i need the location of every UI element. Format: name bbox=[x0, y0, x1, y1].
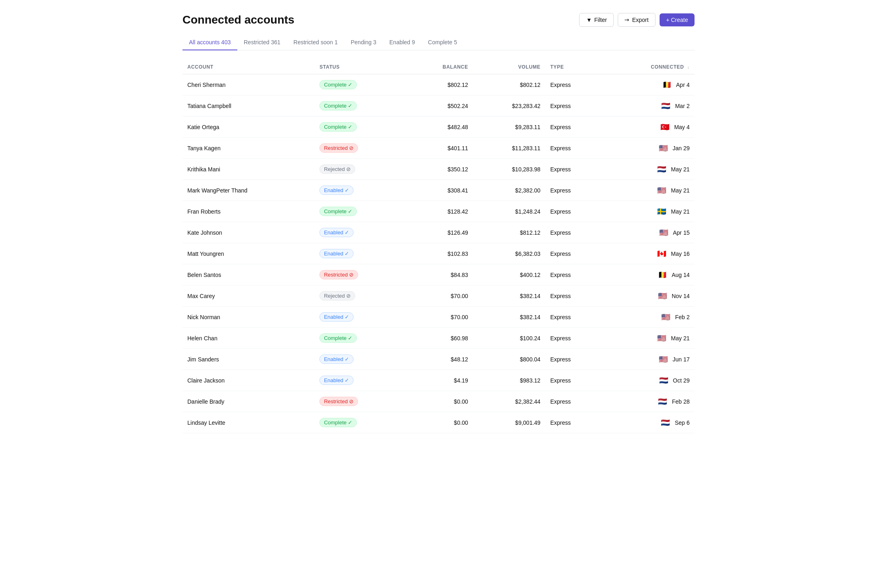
status-badge: Restricted ⊘ bbox=[319, 143, 358, 153]
filter-button[interactable]: ▼ Filter bbox=[579, 13, 614, 27]
table-row[interactable]: Belen SantosRestricted ⊘$84.83$400.12Exp… bbox=[182, 264, 695, 285]
connected-cell: 🇧🇪Aug 14 bbox=[608, 270, 690, 279]
account-volume: $11,283.11 bbox=[473, 138, 545, 159]
account-status: Complete ✓ bbox=[315, 74, 406, 95]
table-row[interactable]: Krithika ManiRejected ⊘$350.12$10,283.98… bbox=[182, 159, 695, 180]
table-row[interactable]: Mark WangPeter ThandEnabled ✓$308.41$2,3… bbox=[182, 180, 695, 201]
account-name: Helen Chan bbox=[182, 328, 315, 349]
tab-restricted_soon[interactable]: Restricted soon 1 bbox=[287, 35, 344, 50]
connected-date: Oct 29 bbox=[673, 377, 690, 384]
status-badge: Enabled ✓ bbox=[319, 376, 354, 385]
table-row[interactable]: Jim SandersEnabled ✓$48.12$800.04Express… bbox=[182, 349, 695, 370]
tabs-container: All accounts 403Restricted 361Restricted… bbox=[182, 35, 695, 50]
account-type: Express bbox=[545, 95, 603, 117]
account-balance: $128.42 bbox=[406, 201, 473, 222]
account-name: Krithika Mani bbox=[182, 159, 315, 180]
tab-pending[interactable]: Pending 3 bbox=[344, 35, 383, 50]
connected-date: Nov 14 bbox=[672, 293, 690, 299]
account-volume: $10,283.98 bbox=[473, 159, 545, 180]
col-volume: VOLUME bbox=[473, 60, 545, 74]
country-flag: 🇺🇸 bbox=[661, 313, 670, 322]
col-connected[interactable]: CONNECTED ↓ bbox=[603, 60, 695, 74]
tab-complete[interactable]: Complete 5 bbox=[421, 35, 464, 50]
connected-cell: 🇺🇸Jun 17 bbox=[608, 355, 690, 364]
table-row[interactable]: Claire JacksonEnabled ✓$4.19$983.12Expre… bbox=[182, 370, 695, 391]
account-volume: $812.12 bbox=[473, 222, 545, 243]
status-badge: Enabled ✓ bbox=[319, 228, 354, 237]
account-balance: $48.12 bbox=[406, 349, 473, 370]
table-row[interactable]: Tanya KagenRestricted ⊘$401.11$11,283.11… bbox=[182, 138, 695, 159]
account-type: Express bbox=[545, 201, 603, 222]
connected-date: Mar 2 bbox=[675, 103, 690, 109]
account-name: Mark WangPeter Thand bbox=[182, 180, 315, 201]
status-badge: Complete ✓ bbox=[319, 418, 357, 427]
col-balance: BALANCE bbox=[406, 60, 473, 74]
status-badge: Complete ✓ bbox=[319, 333, 357, 343]
account-type: Express bbox=[545, 74, 603, 95]
connected-date: Jun 17 bbox=[673, 356, 690, 363]
account-status: Enabled ✓ bbox=[315, 222, 406, 243]
account-name: Claire Jackson bbox=[182, 370, 315, 391]
connected-date: Jan 29 bbox=[673, 145, 690, 151]
tab-all[interactable]: All accounts 403 bbox=[182, 35, 237, 50]
connected-cell: 🇸🇪May 21 bbox=[608, 207, 690, 216]
connected-cell: 🇺🇸Apr 15 bbox=[608, 228, 690, 237]
account-name: Tanya Kagen bbox=[182, 138, 315, 159]
account-name: Katie Ortega bbox=[182, 117, 315, 138]
col-account: ACCOUNT bbox=[182, 60, 315, 74]
status-badge: Complete ✓ bbox=[319, 122, 357, 132]
account-type: Express bbox=[545, 349, 603, 370]
account-volume: $400.12 bbox=[473, 264, 545, 285]
table-row[interactable]: Danielle BradyRestricted ⊘$0.00$2,382.44… bbox=[182, 391, 695, 412]
account-status: Enabled ✓ bbox=[315, 349, 406, 370]
connected-date: Apr 4 bbox=[676, 82, 690, 88]
create-button[interactable]: + Create bbox=[660, 13, 695, 26]
account-name: Belen Santos bbox=[182, 264, 315, 285]
connected-date: May 21 bbox=[671, 335, 690, 342]
table-row[interactable]: Fran RobertsComplete ✓$128.42$1,248.24Ex… bbox=[182, 201, 695, 222]
account-balance: $350.12 bbox=[406, 159, 473, 180]
status-badge: Enabled ✓ bbox=[319, 249, 354, 258]
account-type: Express bbox=[545, 180, 603, 201]
connected-date: Feb 2 bbox=[675, 314, 690, 320]
account-connected: 🇺🇸Nov 14 bbox=[603, 285, 695, 307]
account-balance: $70.00 bbox=[406, 285, 473, 307]
account-volume: $9,001.49 bbox=[473, 412, 545, 433]
account-balance: $482.48 bbox=[406, 117, 473, 138]
table-row[interactable]: Kate JohnsonEnabled ✓$126.49$812.12Expre… bbox=[182, 222, 695, 243]
account-type: Express bbox=[545, 243, 603, 264]
table-row[interactable]: Katie OrtegaComplete ✓$482.48$9,283.11Ex… bbox=[182, 117, 695, 138]
connected-date: May 21 bbox=[671, 208, 690, 215]
connected-cell: 🇺🇸Feb 2 bbox=[608, 313, 690, 322]
account-balance: $502.24 bbox=[406, 95, 473, 117]
account-status: Complete ✓ bbox=[315, 117, 406, 138]
connected-cell: 🇳🇱Oct 29 bbox=[608, 376, 690, 385]
table-header: ACCOUNT STATUS BALANCE VOLUME TYPE CONNE… bbox=[182, 60, 695, 74]
connected-cell: 🇳🇱Feb 28 bbox=[608, 397, 690, 406]
export-button[interactable]: ↗ Export bbox=[618, 13, 655, 27]
page-container: Connected accounts ▼ Filter ↗ Export + C… bbox=[166, 0, 711, 446]
tab-enabled[interactable]: Enabled 9 bbox=[383, 35, 421, 50]
country-flag: 🇳🇱 bbox=[658, 397, 667, 406]
status-badge: Enabled ✓ bbox=[319, 186, 354, 195]
table-row[interactable]: Lindsay LevitteComplete ✓$0.00$9,001.49E… bbox=[182, 412, 695, 433]
account-connected: 🇧🇪Apr 4 bbox=[603, 74, 695, 95]
account-connected: 🇺🇸Apr 15 bbox=[603, 222, 695, 243]
country-flag: 🇺🇸 bbox=[658, 292, 667, 300]
account-status: Enabled ✓ bbox=[315, 307, 406, 328]
status-badge: Enabled ✓ bbox=[319, 312, 354, 322]
account-type: Express bbox=[545, 285, 603, 307]
account-type: Express bbox=[545, 222, 603, 243]
table-row[interactable]: Helen ChanComplete ✓$60.98$100.24Express… bbox=[182, 328, 695, 349]
account-connected: 🇺🇸Jun 17 bbox=[603, 349, 695, 370]
account-name: Danielle Brady bbox=[182, 391, 315, 412]
table-row[interactable]: Max CareyRejected ⊘$70.00$382.14Express🇺… bbox=[182, 285, 695, 307]
table-row[interactable]: Nick NormanEnabled ✓$70.00$382.14Express… bbox=[182, 307, 695, 328]
country-flag: 🇧🇪 bbox=[662, 80, 671, 89]
table-row[interactable]: Cheri ShermanComplete ✓$802.12$802.12Exp… bbox=[182, 74, 695, 95]
table-row[interactable]: Matt YoungrenEnabled ✓$102.83$6,382.03Ex… bbox=[182, 243, 695, 264]
table-row[interactable]: Tatiana CampbellComplete ✓$502.24$23,283… bbox=[182, 95, 695, 117]
account-type: Express bbox=[545, 307, 603, 328]
tab-restricted[interactable]: Restricted 361 bbox=[237, 35, 287, 50]
header-actions: ▼ Filter ↗ Export + Create bbox=[579, 13, 695, 27]
